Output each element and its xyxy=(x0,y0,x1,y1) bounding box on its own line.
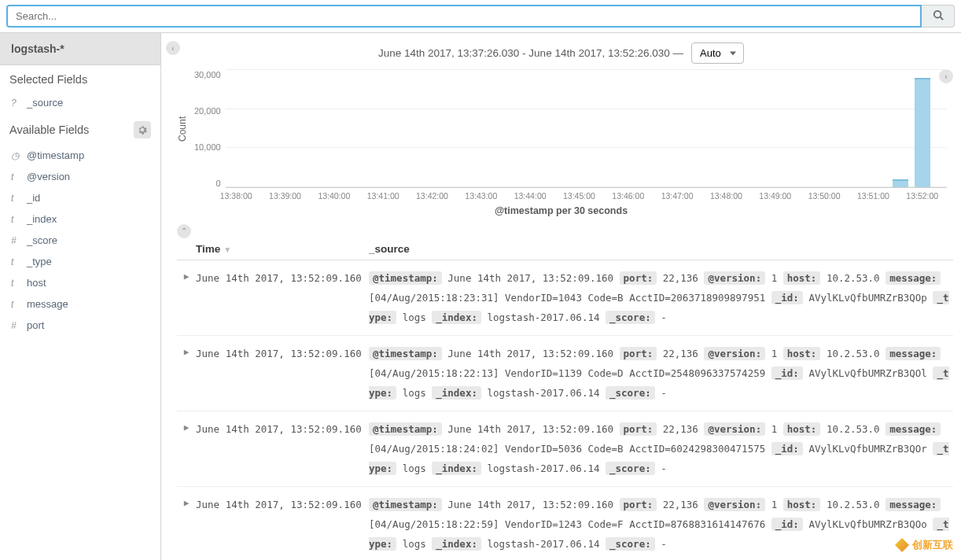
time-range-bar: June 14th 2017, 13:37:26.030 - June 14th… xyxy=(161,33,961,68)
field-key: _score: xyxy=(606,386,655,400)
field-name: @version xyxy=(27,171,70,182)
field-name: _id xyxy=(27,192,40,204)
field-key: message: xyxy=(886,271,941,285)
column-source[interactable]: _source xyxy=(369,243,953,255)
table-row: ▶June 14th 2017, 13:52:09.160@timestamp:… xyxy=(177,336,953,411)
expand-caret-icon[interactable]: ▶ xyxy=(177,419,196,478)
table-row: ▶June 14th 2017, 13:52:09.160@timestamp:… xyxy=(177,487,953,561)
field-item[interactable]: t_index xyxy=(0,208,160,230)
field-type-icon: t xyxy=(11,256,20,267)
field-type-icon: ? xyxy=(11,98,20,109)
svg-line-1 xyxy=(940,17,943,20)
cell-time: June 14th 2017, 13:52:09.160 xyxy=(196,495,369,554)
column-time[interactable]: Time▼ xyxy=(196,243,369,255)
field-key: _id: xyxy=(771,518,803,531)
field-key: message: xyxy=(886,422,941,436)
field-key: _index: xyxy=(432,311,481,324)
field-key: _index: xyxy=(432,386,481,400)
cell-time: June 14th 2017, 13:52:09.160 xyxy=(196,344,369,403)
field-item[interactable]: #port xyxy=(0,315,160,336)
field-item[interactable]: ?_source xyxy=(0,92,160,113)
field-type-icon: ◷ xyxy=(11,150,20,161)
gear-icon[interactable] xyxy=(134,121,151,138)
chart-y-ticks: 30,00020,00010,0000 xyxy=(190,70,226,188)
field-key: _id: xyxy=(771,367,803,380)
available-fields-heading: Available Fields xyxy=(0,113,160,145)
field-key: _id: xyxy=(771,291,803,304)
field-key: host: xyxy=(783,422,821,436)
expand-caret-icon[interactable]: ▶ xyxy=(177,268,196,327)
results-table: Time▼ _source ▶June 14th 2017, 13:52:09.… xyxy=(161,238,961,561)
index-pattern-selector[interactable]: logstash-* xyxy=(0,33,160,65)
cell-source: @timestamp: June 14th 2017, 13:52:09.160… xyxy=(369,344,953,403)
field-key: @version: xyxy=(704,498,765,511)
field-key: message: xyxy=(886,347,941,360)
table-header: Time▼ _source xyxy=(177,238,953,260)
field-item[interactable]: ◷@timestamp xyxy=(0,145,160,166)
field-key: port: xyxy=(620,347,657,360)
field-key: _index: xyxy=(432,462,481,475)
field-key: _score: xyxy=(606,462,655,475)
field-item[interactable]: t_id xyxy=(0,187,160,208)
search-icon xyxy=(933,11,944,23)
selected-fields-heading: Selected Fields xyxy=(0,65,160,92)
field-name: _type xyxy=(27,256,52,267)
field-type-icon: t xyxy=(11,171,20,182)
field-item[interactable]: t@version xyxy=(0,166,160,187)
field-item[interactable]: #_score xyxy=(0,230,160,251)
field-key: @version: xyxy=(704,422,765,436)
field-type-icon: # xyxy=(11,320,20,331)
field-type-icon: # xyxy=(11,235,20,246)
field-name: _score xyxy=(27,234,57,246)
svg-point-0 xyxy=(933,11,941,18)
sort-caret-icon: ▼ xyxy=(223,245,231,254)
field-type-icon: t xyxy=(11,193,20,204)
field-name: _index xyxy=(27,213,57,225)
search-button[interactable] xyxy=(922,5,955,28)
cell-time: June 14th 2017, 13:52:09.160 xyxy=(196,268,369,327)
field-key: port: xyxy=(620,498,657,511)
field-key: port: xyxy=(620,271,657,285)
field-key: @timestamp: xyxy=(369,347,442,360)
field-name: host xyxy=(27,277,46,289)
histogram-bar[interactable] xyxy=(893,179,908,187)
logo-icon xyxy=(895,538,909,552)
watermark-logo: 创新互联 xyxy=(895,538,953,552)
field-key: @timestamp: xyxy=(369,422,442,436)
field-name: @timestamp xyxy=(27,149,84,161)
time-range-text: June 14th 2017, 13:37:26.030 - June 14th… xyxy=(378,47,683,59)
search-input[interactable] xyxy=(6,5,922,28)
field-key: @timestamp: xyxy=(369,498,442,511)
field-key: @timestamp: xyxy=(369,271,442,285)
field-item[interactable]: tmessage xyxy=(0,293,160,315)
field-type-icon: t xyxy=(11,278,20,289)
histogram-chart: Count 30,00020,00010,0000 xyxy=(161,68,961,188)
table-row: ▶June 14th 2017, 13:52:09.160@timestamp:… xyxy=(177,260,953,336)
field-key: host: xyxy=(783,498,821,511)
chevron-up-icon[interactable]: ⌃ xyxy=(177,224,191,238)
top-search-bar xyxy=(0,0,961,33)
cell-source: @timestamp: June 14th 2017, 13:52:09.160… xyxy=(369,495,953,554)
field-key: _id: xyxy=(771,442,803,455)
histogram-bar[interactable] xyxy=(915,78,930,187)
field-key: _score: xyxy=(606,311,655,324)
chevron-left-icon[interactable]: ‹ xyxy=(166,41,180,55)
chart-x-ticks: 13:38:0013:39:0013:40:0013:41:0013:42:00… xyxy=(161,188,961,201)
content-area: ‹ ‹ June 14th 2017, 13:37:26.030 - June … xyxy=(161,33,961,560)
cell-source: @timestamp: June 14th 2017, 13:52:09.160… xyxy=(369,268,953,327)
sidebar: logstash-* Selected Fields ?_source Avai… xyxy=(0,33,161,560)
field-key: port: xyxy=(620,422,657,436)
field-key: host: xyxy=(783,271,821,285)
table-row: ▶June 14th 2017, 13:52:09.160@timestamp:… xyxy=(177,411,953,487)
field-item[interactable]: thost xyxy=(0,272,160,293)
expand-caret-icon[interactable]: ▶ xyxy=(177,495,196,554)
cell-source: @timestamp: June 14th 2017, 13:52:09.160… xyxy=(369,419,953,478)
chart-plot-area[interactable] xyxy=(226,70,947,188)
interval-select[interactable]: Auto xyxy=(691,42,744,64)
expand-caret-icon[interactable]: ▶ xyxy=(177,344,196,403)
field-item[interactable]: t_type xyxy=(0,251,160,272)
chart-x-label: @timestamp per 30 seconds xyxy=(161,201,961,224)
field-key: message: xyxy=(886,498,941,511)
field-key: @version: xyxy=(704,271,765,285)
field-type-icon: t xyxy=(11,214,20,225)
